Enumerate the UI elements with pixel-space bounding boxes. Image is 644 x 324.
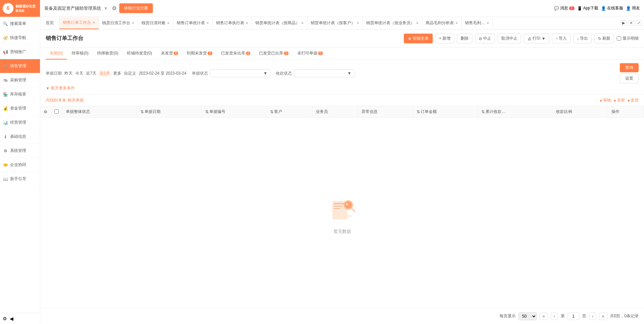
tab-reconcile[interactable]: 钱货日清对账 ✕: [138, 17, 173, 29]
tab-sales-workbench[interactable]: 销售订单工作台 ✕: [59, 17, 99, 29]
sidebar-item-search[interactable]: 🔍 搜索菜单: [0, 17, 40, 31]
tab-staff-stats[interactable]: 销货单统计表（按业务员） ✕: [363, 17, 422, 29]
sub-tab-pending-inspect[interactable]: 待择验货(0): [93, 48, 122, 59]
sub-tab-unprinted[interactable]: 未打印单据0: [293, 48, 327, 59]
tab-fullscreen-icon[interactable]: ⤢: [636, 21, 642, 26]
filter-setting-button[interactable]: 设置: [620, 74, 639, 83]
tab-close-8[interactable]: ✕: [416, 21, 419, 25]
smart-gen-button[interactable]: ★ 智能生单: [404, 34, 433, 43]
tab-close-3[interactable]: ✕: [167, 21, 170, 25]
sidebar-item-basic[interactable]: ℹ 基础信息: [0, 130, 40, 144]
select-all-checkbox[interactable]: [54, 109, 59, 114]
tab-customer-stats[interactable]: 销货单统计表（按客户） ✕: [307, 17, 363, 29]
tab-close-4[interactable]: ✕: [206, 21, 209, 25]
status-select-arrow: ▼: [263, 71, 267, 76]
sub-tab-shipped-not-out[interactable]: 已发货未出库0: [217, 48, 255, 59]
shortcut-today[interactable]: 今天: [75, 70, 84, 77]
topbar-settings-icon[interactable]: ⚙: [112, 5, 117, 11]
tab-close-1[interactable]: ✕: [92, 21, 95, 25]
th-date[interactable]: ⇅ 单据日期: [137, 106, 202, 118]
import-button[interactable]: ↑ 导入: [552, 34, 570, 43]
tab-sales-stats[interactable]: 销售订单统计表 ✕: [173, 17, 213, 29]
sub-tab-unshipped[interactable]: 未发货0: [157, 48, 182, 59]
sidebar-item-guide[interactable]: 📖 新手引导: [0, 172, 40, 186]
last-page-btn[interactable]: »: [599, 313, 607, 320]
add-button[interactable]: + 新增: [435, 34, 454, 43]
page-number-input[interactable]: [567, 313, 579, 320]
tab-close-10[interactable]: ✕: [486, 21, 489, 25]
unapprove-btn[interactable]: ● 充审: [614, 97, 625, 103]
shortcut-7days[interactable]: 近7天: [85, 70, 97, 77]
gear-icon: ⚙: [3, 148, 8, 154]
tab-sales-exec[interactable]: 销售订单执行表 ✕: [213, 17, 252, 29]
pagination: 每页显示 10 20 50 100 « ‹ 第 页 › » 共0页，0条记录: [40, 308, 644, 324]
tab-close-5[interactable]: ✕: [246, 21, 248, 25]
sidebar-collapse-icon[interactable]: ◀: [10, 316, 13, 321]
sub-tab-overdue-unshipped[interactable]: 到期未发货0: [183, 48, 216, 59]
tab-home[interactable]: 首页: [40, 17, 59, 29]
page-size-select[interactable]: 10 20 50 100: [518, 312, 537, 320]
app-download-action[interactable]: 📱 App下载: [577, 5, 598, 11]
payment-select[interactable]: ▼: [294, 69, 354, 77]
th-customer[interactable]: ⇅ 客户: [266, 106, 312, 118]
expand-filter-btn[interactable]: ▼ 展开更多条件: [46, 85, 639, 91]
online-service-action[interactable]: 👤 在线客服: [601, 5, 623, 11]
sidebar-item-collab[interactable]: 🤝 企业协同: [0, 158, 40, 172]
show-detail-checkbox[interactable]: 显示明细: [617, 36, 639, 41]
tab-close-6[interactable]: ✕: [301, 21, 304, 25]
shortcut-1month[interactable]: 近1月: [98, 70, 112, 77]
status-select[interactable]: ▼: [210, 69, 270, 77]
tab-close-9[interactable]: ✕: [455, 21, 458, 25]
svg-rect-4: [334, 208, 340, 209]
sidebar-item-system[interactable]: ⚙ 系统管理: [0, 144, 40, 158]
date-range-display: 2023-02-24 至 2023-03-24: [139, 71, 186, 76]
approve-btn[interactable]: ● 审核: [600, 97, 611, 103]
refresh-button[interactable]: ↻ 刷新: [594, 34, 614, 43]
message-action[interactable]: 💬 消息 6: [554, 5, 574, 11]
next-page-btn[interactable]: ›: [589, 313, 596, 320]
sub-tab-pending-review[interactable]: 待审核(0): [68, 48, 93, 59]
first-page-btn[interactable]: «: [540, 313, 548, 320]
tab-cash-daily[interactable]: 钱货日清工作台 ✕: [99, 17, 138, 29]
tab-close-2[interactable]: ✕: [132, 21, 134, 25]
sidebar-item-nav[interactable]: 🧭 快捷导航: [0, 31, 40, 45]
tab-close-all-icon[interactable]: ✕: [628, 21, 634, 26]
tab-more-icon[interactable]: ▶: [620, 21, 627, 26]
th-amount[interactable]: ⇅ 订单金额: [413, 106, 478, 118]
stop-button[interactable]: ⊘ 中止: [475, 34, 495, 43]
ship-btn[interactable]: ● 发货: [628, 97, 639, 103]
sub-tab-wangpu-ship[interactable]: 旺铺待发货(0): [123, 48, 156, 59]
col-check[interactable]: [51, 106, 62, 118]
shortcut-more[interactable]: 更多: [113, 70, 122, 77]
shortcut-custom[interactable]: 自定义: [123, 70, 137, 77]
th-collected[interactable]: ⇅ 累计收款…: [478, 106, 553, 118]
tab-sales-margin[interactable]: 销售毛利… ✕: [462, 17, 493, 29]
export-button[interactable]: ↓ 导出: [573, 34, 592, 43]
tab-margin-analysis[interactable]: 商品毛利分析表 ✕: [422, 17, 462, 29]
user-action[interactable]: 👤 用友: [626, 5, 640, 11]
sidebar-item-finance[interactable]: 💰 资金管理: [0, 102, 40, 116]
sidebar-settings-icon[interactable]: ⚙: [3, 316, 7, 321]
sidebar-item-purchase[interactable]: 🛍 采购管理: [0, 73, 40, 87]
shortcut-yesterday[interactable]: 昨天: [64, 70, 73, 77]
prev-page-btn[interactable]: ‹: [551, 313, 558, 320]
tab-close-7[interactable]: ✕: [356, 21, 359, 25]
industry-btn[interactable]: 体验行业方案: [119, 3, 153, 13]
column-settings-icon[interactable]: ⚙: [44, 110, 47, 114]
sidebar-item-operation[interactable]: 📊 经营管理: [0, 116, 40, 130]
sidebar-item-inventory[interactable]: 🏪 库存核算: [0, 87, 40, 102]
sidebar-item-marketing[interactable]: 📢 营销推广: [0, 45, 40, 59]
th-number[interactable]: ⇅ 单据编号: [202, 106, 266, 118]
cancel-stop-button[interactable]: 取消中止: [498, 34, 521, 43]
compass-icon: 🧭: [3, 35, 8, 41]
sidebar-item-sales[interactable]: 🛒 销售管理: [0, 59, 40, 73]
col-settings[interactable]: ⚙: [40, 106, 51, 118]
query-button[interactable]: 查询: [620, 63, 639, 72]
refresh-icon: ↻: [598, 36, 601, 41]
print-button[interactable]: 🖨 打印 ▼: [524, 34, 549, 43]
sub-tab-all[interactable]: 全部(0): [46, 48, 67, 59]
sub-tab-shipped-out[interactable]: 已发货已出库0: [255, 48, 293, 59]
tab-goods-stats[interactable]: 销货单统计表（按商品） ✕: [252, 17, 307, 29]
delete-button[interactable]: 删除: [457, 34, 472, 43]
topbar-dropdown-icon[interactable]: ▼: [104, 6, 108, 11]
